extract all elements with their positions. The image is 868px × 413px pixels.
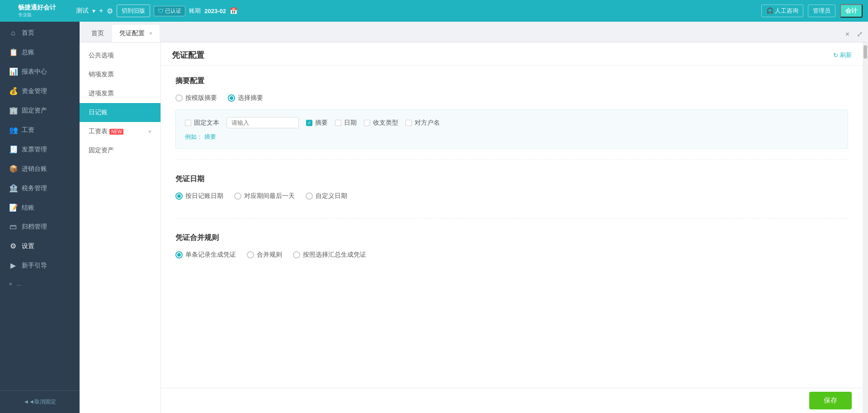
tab-close-btn[interactable]: ×	[149, 30, 152, 37]
certified-badge: 🛡 已认证	[154, 6, 185, 16]
footer: 保存	[161, 388, 863, 413]
sidebar-item-capital[interactable]: 💰 资金管理	[0, 81, 80, 101]
checkbox-fixed-text[interactable]: 固定文本	[185, 119, 219, 127]
cancel-fixed-btn[interactable]: ◄◄取消固定	[5, 395, 75, 408]
radio-period-last-circle	[234, 192, 241, 200]
sidebar-item-checkout[interactable]: 📝 结账	[0, 198, 80, 217]
radio-period-last[interactable]: 对应期间最后一天	[234, 192, 295, 200]
period-value: 2023-02	[204, 8, 226, 14]
sidebar-item-label: 发票管理	[22, 145, 47, 154]
merge-radio-group: 单条记录生成凭证 合并规则 按照选择汇总生成凭证	[175, 251, 848, 259]
dropdown-btn[interactable]: ▾	[92, 7, 95, 14]
radio-select-label: 选择摘要	[238, 94, 263, 102]
radio-single-label: 单条记录生成凭证	[185, 251, 236, 259]
settings-icon: ⚙	[9, 242, 17, 250]
menu-item-label: 进项发票	[89, 89, 114, 98]
radio-select[interactable]: 选择摘要	[228, 94, 263, 102]
add-btn[interactable]: +	[99, 7, 103, 15]
checkout-icon: 📝	[9, 203, 17, 212]
summary-checkbox-label: 摘要	[315, 119, 328, 127]
radio-custom-date[interactable]: 自定义日期	[306, 192, 347, 200]
tab-config[interactable]: 凭证配置 ×	[112, 25, 160, 42]
radio-select-circle	[228, 94, 235, 102]
checkbox-summary[interactable]: 摘要	[306, 119, 328, 127]
checkbox-income-type[interactable]: 收支类型	[364, 119, 398, 127]
sidebar-item-newbie[interactable]: ▶ 新手引导	[0, 256, 80, 275]
sidebar-item-payroll[interactable]: 👥 工资	[0, 120, 80, 140]
sidebar-item-label: 总账	[22, 48, 34, 56]
checkbox-income-type-box	[364, 120, 370, 126]
summary-section: 摘要配置 按模版摘要 选择摘要	[175, 76, 848, 160]
assets-icon: 🏢	[9, 106, 17, 115]
sidebar-item-ledger[interactable]: 📋 总账	[0, 42, 80, 62]
sidebar-item-extra[interactable]: ≡ ...	[0, 275, 80, 292]
menu-item-sales-invoice[interactable]: 销项发票	[80, 65, 160, 84]
menu-item-public[interactable]: 公共选项	[80, 46, 160, 65]
report-icon: 📊	[9, 67, 17, 76]
radio-single[interactable]: 单条记录生成凭证	[175, 251, 236, 259]
radio-journal-date-label: 按日记账日期	[185, 192, 223, 200]
tab-close-btn-right[interactable]: ×	[844, 28, 851, 40]
radio-template[interactable]: 按模版摘要	[175, 94, 217, 102]
sidebar-item-label: 首页	[22, 29, 34, 37]
sidebar-item-label: 税务管理	[22, 184, 47, 192]
menu-item-fixed-assets[interactable]: 固定资产	[80, 141, 160, 160]
manager-btn[interactable]: 管理员	[808, 5, 835, 17]
calendar-icon[interactable]: 📅	[230, 7, 237, 14]
sidebar-item-assets[interactable]: 🏢 固定资产	[0, 101, 80, 120]
checkbox-date[interactable]: 日期	[335, 119, 357, 127]
refresh-btn[interactable]: ↻ 刷新	[833, 51, 852, 59]
sidebar-item-settings[interactable]: ⚙ 设置	[0, 236, 80, 256]
sidebar-item-report[interactable]: 📊 报表中心	[0, 62, 80, 81]
menu-item-purchase-invoice[interactable]: 进项发票	[80, 84, 160, 103]
tab-expand-btn[interactable]: ⤢	[855, 28, 864, 40]
archive-icon: 🗃	[9, 223, 17, 231]
sidebar-item-tax[interactable]: 🏦 税务管理	[0, 178, 80, 198]
radio-single-circle	[175, 251, 183, 258]
income-type-checkbox-label: 收支类型	[373, 119, 398, 127]
radio-select-merge[interactable]: 按照选择汇总生成凭证	[293, 251, 366, 259]
radio-merge-rules-circle	[247, 251, 254, 258]
radio-custom-date-label: 自定义日期	[316, 192, 347, 200]
consultant-btn[interactable]: 🎧人工咨询	[761, 5, 803, 17]
radio-journal-date[interactable]: 按日记账日期	[175, 192, 223, 200]
left-menu: 公共选项 销项发票 进项发票 日记账 工资表 NEW ▾	[80, 42, 161, 413]
sidebar-item-archive[interactable]: 🗃 归档管理	[0, 217, 80, 236]
radio-merge-rules-label: 合并规则	[257, 251, 282, 259]
inventory-icon: 📦	[9, 164, 17, 173]
accountant-btn[interactable]: 会计	[840, 4, 863, 18]
sidebar-item-invoice[interactable]: 🧾 发票管理	[0, 140, 80, 159]
tab-home[interactable]: 首页	[84, 25, 111, 42]
sidebar-item-label: 报表中心	[22, 68, 47, 76]
newbie-icon: ▶	[9, 261, 17, 270]
tax-icon: 🏦	[9, 184, 17, 192]
fixed-text-input[interactable]	[226, 117, 299, 128]
radio-merge-rules[interactable]: 合并规则	[247, 251, 282, 259]
logo-text: 畅捷通好会计	[18, 4, 56, 12]
menu-item-journal[interactable]: 日记账	[80, 103, 160, 122]
date-radio-group: 按日记账日期 对应期间最后一天 自定义日期	[175, 192, 848, 200]
new-badge: NEW	[109, 129, 123, 135]
sidebar-item-label: 新手引导	[22, 262, 47, 270]
example-value: 摘要	[204, 133, 216, 140]
old-version-btn[interactable]: 切到旧版	[117, 5, 150, 17]
save-btn[interactable]: 保存	[809, 392, 852, 409]
radio-template-circle	[175, 94, 183, 102]
checkbox-date-box	[335, 120, 341, 126]
checkbox-counterparty[interactable]: 对方户名	[406, 119, 440, 127]
config-area: 凭证配置 ↻ 刷新 摘要配置	[161, 42, 863, 413]
settings-btn[interactable]: ⚙	[107, 7, 113, 15]
menu-item-payroll-table[interactable]: 工资表 NEW ▾	[80, 122, 160, 141]
sidebar-item-inventory[interactable]: 📦 进销台账	[0, 159, 80, 178]
sidebar-item-label: 进销台账	[22, 165, 47, 173]
sidebar-item-label: 工资	[22, 126, 34, 134]
sidebar-item-home[interactable]: ⌂ 首页	[0, 23, 80, 42]
example-text: 例如： 摘要	[185, 133, 839, 141]
sidebar-nav: ⌂ 首页 📋 总账 📊 报表中心 💰 资金管理 🏢 固定资产	[0, 22, 80, 390]
radio-custom-date-circle	[306, 192, 313, 200]
refresh-icon: ↻	[833, 52, 838, 59]
project-name: 测试	[76, 7, 89, 15]
sidebar-item-label: 固定资产	[22, 107, 47, 115]
summary-config-box: 固定文本 摘要	[175, 109, 848, 149]
date-checkbox-label: 日期	[344, 119, 357, 127]
